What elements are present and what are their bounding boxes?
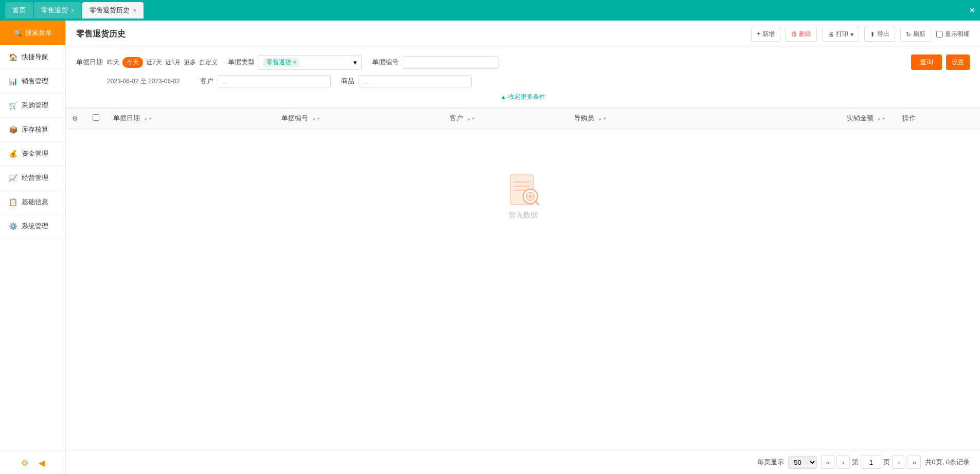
pagination: « ‹ 第 页 › » (821, 455, 921, 469)
settings-button[interactable]: 设置 (946, 54, 970, 70)
tab-list: 首页 零售退货 × 零售退货历史 × (5, 2, 969, 19)
query-button[interactable]: 查询 (911, 54, 942, 70)
refresh-button[interactable]: ↻ 刷新 (900, 27, 931, 42)
customer-sort-arrows: ▲▼ (467, 117, 476, 121)
sidebar-item-quick-nav[interactable]: 🏠 快捷导航 (0, 45, 65, 69)
tab-retail-return[interactable]: 零售退货 × (34, 2, 81, 19)
doc-type-select[interactable]: 零售退货 × ▾ (259, 55, 362, 70)
th-action-label: 操作 (902, 114, 916, 122)
delete-button[interactable]: 🗑 删除 (786, 27, 817, 42)
th-date-label: 单据日期 (113, 114, 140, 122)
show-detail-label: 显示明细 (945, 30, 970, 39)
sidebar-item-system-label: 系统管理 (22, 222, 48, 231)
collapse-sidebar-button[interactable]: ◀ (39, 458, 45, 468)
th-number[interactable]: 单据编号 ▲▼ (275, 108, 443, 129)
sidebar-item-system[interactable]: ⚙️ 系统管理 (0, 214, 65, 239)
doc-type-tag-close[interactable]: × (293, 59, 296, 66)
date-opt-7days[interactable]: 近7天 (146, 58, 162, 67)
top-bar: 首页 零售退货 × 零售退货历史 × × (0, 0, 980, 21)
customer-placeholder: ... (222, 78, 227, 85)
th-guide[interactable]: 导购员 ▲▼ (568, 108, 715, 129)
collapse-label: 收起更多条件 (508, 93, 545, 101)
date-opt-yesterday[interactable]: 昨天 (107, 58, 119, 67)
search-icon: 🔍 (14, 29, 22, 37)
select-all-checkbox[interactable] (93, 114, 99, 121)
goods-placeholder: ... (363, 78, 368, 85)
doc-type-tag-label: 零售退货 (266, 58, 291, 67)
guide-sort-arrows: ▲▼ (598, 117, 607, 121)
query-action-buttons: 查询 设置 (911, 54, 970, 70)
tab-home-label: 首页 (12, 6, 26, 15)
doc-type-label: 单据类型 (228, 58, 255, 67)
page-title: 零售退货历史 (76, 29, 126, 40)
sidebar-item-operations[interactable]: 📈 经营管理 (0, 166, 65, 190)
sidebar-item-finance[interactable]: 💰 资金管理 (0, 142, 65, 166)
th-customer[interactable]: 客户 ▲▼ (443, 108, 568, 129)
th-check[interactable] (86, 108, 107, 129)
print-button[interactable]: 🖨 打印 ▾ (822, 27, 859, 42)
amount-sort-arrows: ▲▼ (877, 117, 886, 121)
basic-info-icon: 📋 (8, 197, 17, 207)
per-page-select[interactable]: 10 20 50 100 (788, 456, 817, 469)
tab-retail-return-history-label: 零售退货历史 (90, 6, 130, 15)
refresh-icon: ↻ (906, 31, 911, 38)
next-page-button[interactable]: › (892, 455, 905, 469)
th-guide-label: 导购员 (574, 114, 594, 122)
th-amount[interactable]: 实销金额 ▲▼ (715, 108, 896, 129)
export-button[interactable]: ⬆ 导出 (864, 27, 895, 42)
number-sort-arrows: ▲▼ (312, 117, 321, 121)
sidebar-item-purchase-mgmt[interactable]: 🛒 采购管理 (0, 94, 65, 118)
date-opt-more[interactable]: 更多 (184, 58, 196, 67)
customer-select[interactable]: ... (218, 75, 331, 87)
header-actions: + 新增 🗑 删除 🖨 打印 ▾ ⬆ 导出 ↻ 刷新 显示明细 (751, 27, 970, 42)
sidebar-item-basic-info[interactable]: 📋 基础信息 (0, 190, 65, 214)
quick-nav-icon: 🏠 (8, 52, 17, 62)
window-close-button[interactable]: × (969, 5, 975, 16)
filter-doc-number: 单据编号 (372, 56, 498, 69)
main-layout: 🔍 搜索菜单 🏠 快捷导航 📊 销售管理 🛒 采购管理 📦 库存核算 💰 资金管… (0, 21, 980, 474)
table-container: ⚙ 单据日期 ▲▼ 单据编号 ▲▼ (66, 108, 980, 450)
page-number-input[interactable] (861, 455, 881, 469)
sidebar-search[interactable]: 🔍 搜索菜单 (0, 21, 65, 45)
empty-illustration (503, 170, 544, 211)
th-date[interactable]: 单据日期 ▲▼ (107, 108, 275, 129)
sidebar-item-basic-label: 基础信息 (22, 197, 48, 207)
show-detail-checkbox[interactable] (936, 31, 943, 38)
operations-icon: 📈 (8, 173, 17, 183)
th-number-label: 单据编号 (281, 114, 308, 122)
date-opt-custom[interactable]: 自定义 (199, 58, 218, 67)
doc-number-label: 单据编号 (372, 58, 399, 67)
page-unit: 页 (883, 458, 890, 467)
doc-number-input[interactable] (403, 56, 498, 69)
filter-panel: 单据日期 昨天 今天 近7天 近1月 更多 自定义 单据类型 (66, 48, 980, 108)
collapse-icon: ▲ (501, 94, 507, 101)
settings-footer-button[interactable]: ⚙ (21, 458, 28, 468)
date-opt-today[interactable]: 今天 (122, 57, 143, 68)
doc-type-dropdown-icon: ▾ (353, 59, 357, 66)
finance-icon: 💰 (8, 149, 17, 158)
sidebar-item-inventory[interactable]: 📦 库存核算 (0, 118, 65, 142)
inventory-icon: 📦 (8, 125, 17, 134)
tab-retail-return-close[interactable]: × (71, 7, 74, 13)
tab-home[interactable]: 首页 (5, 2, 33, 19)
print-label: 打印 (836, 30, 848, 39)
tab-retail-return-history-close[interactable]: × (133, 7, 136, 13)
sidebar-item-sales-mgmt[interactable]: 📊 销售管理 (0, 69, 65, 94)
svg-line-6 (535, 201, 539, 205)
filter-goods: 商品 ... (341, 75, 472, 87)
add-button[interactable]: + 新增 (751, 27, 780, 42)
th-gear[interactable]: ⚙ (66, 108, 86, 129)
sidebar-item-sales-label: 销售管理 (22, 77, 48, 86)
tab-retail-return-history[interactable]: 零售退货历史 × (82, 2, 143, 19)
last-page-button[interactable]: » (907, 455, 921, 469)
export-label: 导出 (877, 30, 889, 39)
show-detail-checkbox-label[interactable]: 显示明细 (936, 30, 970, 39)
prev-page-button[interactable]: ‹ (836, 455, 850, 469)
collapse-filter-button[interactable]: ▲ 收起更多条件 (501, 93, 546, 101)
customer-label: 客户 (200, 77, 213, 86)
th-action: 操作 (896, 108, 980, 129)
goods-select[interactable]: ... (359, 75, 472, 87)
first-page-button[interactable]: « (821, 455, 834, 469)
date-opt-1month[interactable]: 近1月 (165, 58, 181, 67)
top-bar-right: × (969, 5, 975, 16)
